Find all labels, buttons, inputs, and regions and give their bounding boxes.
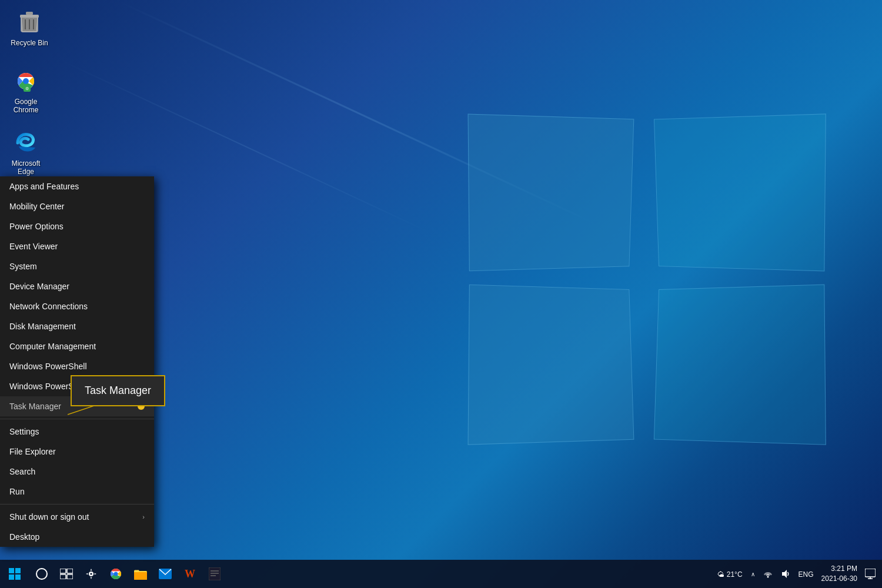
taskbar-file-explorer-icon[interactable] [128,562,153,586]
svg-point-7 [23,78,29,84]
microsoft-edge-image [12,129,40,157]
taskbar-office-icon[interactable]: W [178,562,202,586]
shut-down-arrow-icon: › [142,513,145,520]
tray-expand-icon[interactable]: ∧ [749,570,757,579]
menu-item-desktop[interactable]: Desktop [0,527,154,547]
windows-logo-decoration [470,118,823,441]
taskbar-chrome-icon[interactable] [103,562,128,586]
svg-rect-1 [20,15,39,18]
svg-point-23 [114,572,118,576]
microsoft-edge-label: Microsoft Edge [5,159,47,176]
network-tray-icon[interactable] [761,569,774,579]
google-chrome-image: ⚙ [12,67,40,95]
menu-item-network-connections[interactable]: Network Connections [0,296,154,316]
svg-point-15 [36,569,47,579]
menu-item-settings[interactable]: Settings [0,422,154,442]
menu-item-power-options[interactable]: Power Options [0,216,154,236]
menu-item-shut-down[interactable]: Shut down or sign out › [0,507,154,527]
menu-item-mobility-center[interactable]: Mobility Center [0,196,154,216]
microsoft-edge-icon[interactable]: Microsoft Edge [2,126,49,179]
google-chrome-label: Google Chrome [5,98,47,115]
logo-panel-tr [654,113,826,271]
menu-item-windows-powershell[interactable]: Windows PowerShell [0,356,154,376]
svg-rect-13 [9,574,14,580]
context-menu: Apps and Features Mobility Center Power … [0,176,154,547]
taskbar-mail-icon[interactable] [153,562,178,586]
svg-rect-17 [67,569,73,573]
recycle-bin-label: Recycle Bin [11,39,48,47]
logo-panel-bl [468,285,634,445]
svg-rect-27 [209,567,220,580]
svg-rect-14 [15,574,21,580]
svg-rect-25 [134,572,147,580]
recycle-bin-icon[interactable]: Recycle Bin [6,6,53,49]
svg-rect-16 [60,569,66,573]
weather-tray-icon[interactable]: 🌤 21°C [716,569,744,580]
menu-item-event-viewer[interactable]: Event Viewer [0,236,154,256]
logo-panel-br [654,285,826,445]
system-clock[interactable]: 3:21 PM 2021-06-30 [819,564,860,584]
google-chrome-icon[interactable]: ⚙ Google Chrome [2,65,49,117]
logo-panel-tl [468,114,634,272]
svg-rect-11 [9,568,14,573]
recycle-bin-image [15,8,44,36]
taskbar: W 🌤 21°C ∧ [0,560,882,588]
menu-item-computer-management[interactable]: Computer Management [0,336,154,356]
svg-rect-2 [26,12,33,15]
menu-item-file-explorer[interactable]: File Explorer [0,442,154,462]
menu-separator-1 [0,419,154,419]
svg-text:⚙: ⚙ [25,86,29,91]
menu-item-device-manager[interactable]: Device Manager [0,276,154,296]
menu-item-apps-features[interactable]: Apps and Features [0,176,154,196]
taskbar-search-button[interactable] [29,562,54,586]
taskbar-right: 🌤 21°C ∧ [716,564,882,584]
svg-point-21 [90,573,92,575]
menu-item-disk-management[interactable]: Disk Management [0,316,154,336]
task-manager-tooltip: Task Manager [71,375,165,406]
taskbar-settings-icon[interactable] [79,562,103,586]
start-button[interactable] [0,562,29,586]
svg-marker-32 [782,570,787,578]
desktop: Recycle Bin ⚙ Google Chrome [0,0,882,588]
volume-tray-icon[interactable] [779,568,792,580]
menu-item-run[interactable]: Run [0,482,154,502]
system-tray: 🌤 21°C ∧ [716,568,815,580]
svg-rect-33 [865,569,876,577]
taskbar-notes-icon[interactable] [202,562,227,586]
svg-rect-12 [15,568,21,573]
svg-point-31 [767,576,769,578]
svg-rect-18 [60,574,66,579]
svg-rect-19 [67,574,73,579]
notification-center-icon[interactable] [863,567,877,581]
menu-item-system[interactable]: System [0,256,154,276]
taskbar-task-view-button[interactable] [54,562,79,586]
menu-separator-2 [0,504,154,505]
language-tray-icon[interactable]: ENG [797,569,816,580]
menu-item-search[interactable]: Search [0,462,154,482]
